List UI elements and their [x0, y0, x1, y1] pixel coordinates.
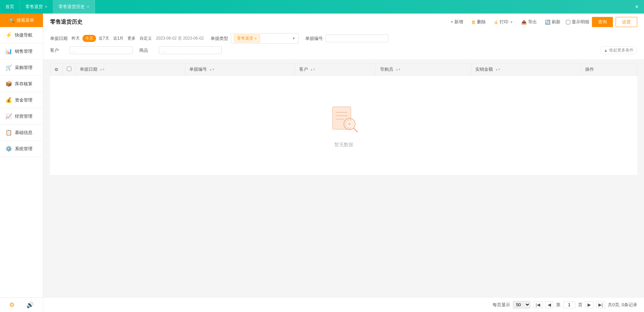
customer-input[interactable]	[70, 46, 133, 54]
goods-input[interactable]	[159, 46, 222, 54]
search-icon: 🔍	[9, 18, 15, 23]
sidebar-item-finance-label: 资金管理	[15, 97, 32, 103]
quick-nav-icon: ⚡	[5, 32, 12, 38]
type-filter-label: 单据类型	[211, 36, 228, 42]
page-number-input[interactable]	[563, 301, 575, 308]
type-tag-label: 零售退货	[237, 36, 253, 41]
tab-retail-return-history-close[interactable]: ×	[87, 4, 89, 9]
system-icon: ⚙️	[5, 146, 12, 152]
th-guide-label: 导购员	[380, 67, 393, 72]
sidebar-search[interactable]: 🔍 搜索菜单	[0, 14, 43, 27]
page-next-button[interactable]: ▶	[585, 301, 593, 308]
per-page-select[interactable]: 50 10 20 100	[513, 301, 530, 309]
empty-text: 暂无数据	[334, 142, 353, 148]
export-button[interactable]: 📤 导出	[519, 18, 540, 26]
tab-list: 首页 零售退货 × 零售退货历史 ×	[0, 0, 95, 14]
date-7days[interactable]: 近7天	[97, 35, 111, 42]
th-guide[interactable]: 导购员 ▲▼	[376, 64, 471, 75]
query-btn-label: 查询	[598, 19, 607, 24]
tab-retail-return-close[interactable]: ×	[45, 4, 47, 9]
sidebar-item-operations[interactable]: 📈 经营管理	[0, 108, 43, 125]
sidebar-item-sales-label: 销售管理	[15, 48, 32, 54]
type-selector-chevron: ▼	[292, 37, 295, 40]
settings-footer-icon[interactable]: ⚙	[9, 301, 15, 309]
th-gear[interactable]: ⚙	[50, 64, 63, 75]
query-button[interactable]: 查询	[592, 17, 613, 27]
customer-filter-field: 客户	[50, 46, 133, 54]
new-label: + 新增	[451, 19, 463, 25]
select-all-checkbox[interactable]	[67, 67, 71, 71]
th-guide-sort: ▲▼	[396, 68, 401, 71]
new-button[interactable]: + 新增	[448, 18, 466, 26]
refresh-button[interactable]: 🔄 刷新	[542, 18, 563, 26]
show-detail-checkbox[interactable]	[566, 20, 570, 24]
main-layout: 🔍 搜索菜单 ⚡ 快捷导航 📊 销售管理 🛒 采购管理 📦 库存核算 💰	[0, 14, 644, 312]
date-range-display: 2023-06-02 至 2023-06-02	[156, 36, 204, 41]
sidebar-item-inventory[interactable]: 📦 库存核算	[0, 76, 43, 92]
th-operation-label: 操作	[585, 67, 594, 72]
type-tag-close[interactable]: ×	[255, 36, 257, 41]
settings-button[interactable]: 设置	[616, 17, 637, 27]
refresh-label: 刷新	[552, 19, 560, 25]
operations-icon: 📈	[5, 113, 12, 119]
delete-icon: 🗑	[471, 20, 476, 25]
settings-btn-label: 设置	[622, 19, 631, 24]
filter-row-2: 客户 商品 ▲ 收起更多条件	[50, 46, 637, 54]
window-close-button[interactable]: ×	[629, 0, 644, 14]
page-first-button[interactable]: |◀	[533, 301, 542, 308]
goods-label: 商品	[139, 47, 156, 53]
th-order-no[interactable]: 单据编号 ▲▼	[185, 64, 295, 75]
page-title: 零售退货历史	[50, 19, 82, 26]
sidebar-item-finance[interactable]: 💰 资金管理	[0, 92, 43, 108]
show-detail-label[interactable]: 显示明细	[566, 19, 589, 25]
tab-retail-return-history[interactable]: 零售退货历史 ×	[53, 0, 95, 14]
sales-icon: 📊	[5, 48, 12, 54]
date-more[interactable]: 更多	[126, 35, 137, 42]
print-button[interactable]: 🖨 打印 ▼	[491, 18, 516, 26]
collapse-icon: ▲	[604, 48, 608, 53]
date-custom[interactable]: 自定义	[138, 35, 153, 42]
audio-footer-icon[interactable]: 🔊	[26, 301, 34, 309]
order-no-input[interactable]	[326, 35, 388, 42]
th-date[interactable]: 单据日期 ▲▼	[76, 64, 185, 75]
tab-retail-return[interactable]: 零售退货 ×	[20, 0, 53, 14]
filter-row-1: 单据日期 昨天 今天 近7天 近1月 更多 自定义 2023-06-02 至 2…	[50, 33, 637, 44]
sidebar-item-quick-nav[interactable]: ⚡ 快捷导航	[0, 27, 43, 43]
sidebar-item-sales-mgmt[interactable]: 📊 销售管理	[0, 43, 43, 60]
page-last-button[interactable]: ▶|	[596, 301, 605, 308]
sidebar-footer: ⚙ 🔊	[0, 297, 43, 312]
th-amount-label: 实销金额	[475, 67, 493, 72]
filter-section: 单据日期 昨天 今天 近7天 近1月 更多 自定义 2023-06-02 至 2…	[50, 30, 637, 60]
pagination-bar: 每页显示 50 10 20 100 |◀ ◀ 第 页 ▶ ▶| 共0页, 0条记…	[43, 297, 644, 312]
date-yesterday[interactable]: 昨天	[70, 35, 81, 42]
page-unit: 页	[578, 302, 582, 308]
th-customer[interactable]: 客户 ▲▼	[295, 64, 376, 75]
th-order-no-label: 单据编号	[189, 67, 207, 72]
page-title-row: 零售退货历史 + 新增 🗑 删除 🖨 打印 ▼ 📤	[50, 17, 637, 27]
sidebar-item-system-mgmt[interactable]: ⚙️ 系统管理	[0, 141, 43, 157]
tab-home[interactable]: 首页	[0, 0, 20, 14]
data-table: ⚙ 单据日期 ▲▼ 单据编号 ▲▼ 客户	[50, 63, 637, 175]
print-label: 打印	[500, 19, 508, 25]
th-checkbox[interactable]	[63, 64, 76, 75]
sidebar-item-inventory-label: 库存核算	[15, 81, 32, 87]
date-1month[interactable]: 近1月	[112, 35, 125, 42]
th-operation: 操作	[581, 64, 637, 75]
page-prev-button[interactable]: ◀	[545, 301, 553, 308]
th-amount[interactable]: 实销金额 ▲▼	[471, 64, 581, 75]
sidebar-item-system-label: 系统管理	[15, 146, 32, 152]
date-today[interactable]: 今天	[82, 35, 96, 42]
svg-line-6	[354, 128, 357, 132]
collapse-button[interactable]: ▲ 收起更多条件	[600, 46, 637, 54]
sidebar-item-basic-info[interactable]: 📋 基础信息	[0, 125, 43, 141]
per-page-label: 每页显示	[493, 302, 510, 308]
th-customer-sort: ▲▼	[310, 68, 315, 71]
delete-button[interactable]: 🗑 删除	[469, 18, 488, 26]
basic-info-icon: 📋	[5, 129, 12, 136]
type-tag-retail-return[interactable]: 零售退货 ×	[234, 35, 260, 42]
sidebar-item-purchase-mgmt[interactable]: 🛒 采购管理	[0, 60, 43, 76]
print-chevron-icon: ▼	[510, 20, 513, 24]
type-selector[interactable]: 零售退货 × ▼	[231, 33, 299, 44]
sidebar-nav: ⚡ 快捷导航 📊 销售管理 🛒 采购管理 📦 库存核算 💰 资金管理 📈	[0, 27, 43, 297]
sidebar-item-operations-label: 经营管理	[15, 113, 32, 119]
